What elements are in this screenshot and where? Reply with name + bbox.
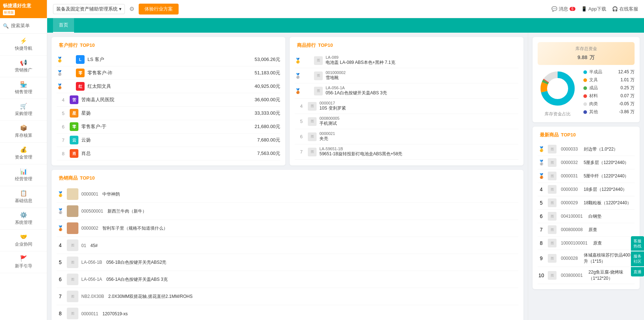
rank-num: 4 bbox=[298, 103, 305, 109]
customer-value: 7,563.00元 bbox=[257, 150, 280, 157]
sidebar-icon-guide: 🚩 bbox=[20, 255, 27, 262]
sidebar-label-sales: 销售管理 bbox=[15, 89, 32, 95]
sidebar-item-basic[interactable]: 📋基础信息 bbox=[0, 186, 47, 208]
new-product-code: 0000033 bbox=[561, 147, 578, 152]
new-product-row: 🥈 图 0000032 5厘多层（1220*2440） bbox=[538, 156, 635, 169]
customer-name: 苦南县人民医院 bbox=[81, 97, 252, 103]
search-menu-button[interactable]: 🔍 搜索菜单 bbox=[3, 21, 44, 30]
hot-product-row: 🥉 0000002 智利车子里（规格不知道填什么） bbox=[57, 220, 518, 237]
hot-medal: 🥇 bbox=[57, 191, 64, 197]
product-rank-row: 🥉 图 LA-056-1A 056-1A白色按键开关盖ABS 3壳 bbox=[295, 83, 518, 99]
product-rank-row: 🥈 图 001000002 雪地靴 bbox=[295, 68, 518, 83]
hot-product-row: 🥈 000500001 新西兰牛肉（新牛） bbox=[57, 203, 518, 220]
legend-value: 0.25 万 bbox=[620, 85, 635, 91]
float-btn-0[interactable]: 客服 热线 bbox=[631, 236, 644, 251]
online-service-action[interactable]: 🎧 在线客服 bbox=[612, 6, 638, 12]
new-product-img: 图 bbox=[548, 212, 557, 221]
hot-medal: 6 bbox=[57, 276, 64, 282]
sidebar-item-sales[interactable]: 🏪销售管理 bbox=[0, 77, 47, 99]
inventory-total-label: 库存总资金 bbox=[538, 46, 635, 52]
product-rank-row: 6 图 0000021 夹壳 bbox=[295, 129, 518, 144]
customer-rank-row: 🥉 红 红太阳文具 40,925.00元 bbox=[57, 80, 280, 93]
new-product-name: 封边带（1.0*22） bbox=[584, 146, 635, 152]
hot-product-row: 5 图 LA-056-1B 056-1B白色按键开关壳ABS2壳 bbox=[57, 254, 518, 271]
new-product-img: 图 bbox=[548, 254, 557, 263]
hot-product-name: 新西兰牛肉（新牛） bbox=[107, 209, 147, 214]
customer-rank-row: 🥈 零 零售客户-许 51,183.00元 bbox=[57, 66, 280, 80]
new-product-medal: 9 bbox=[538, 255, 545, 261]
rank-medal: 🥉 bbox=[295, 88, 301, 94]
inventory-card: 库存总资金 9.88 万 bbox=[533, 37, 640, 122]
new-product-medal: 🥇 bbox=[538, 146, 545, 152]
legend-dot bbox=[583, 78, 587, 82]
float-btn-1[interactable]: 服务 社区 bbox=[631, 251, 644, 266]
sidebar-item-purchase[interactable]: 🛒采购管理 bbox=[0, 99, 47, 121]
product-ranking-list: 🥇 图 LA-089 电池盖 LA-089 ABS本色+黑种 7.1克 🥈 图 … bbox=[295, 53, 518, 160]
legend-item: 肉类 -0.05 万 bbox=[583, 101, 635, 107]
experience-button[interactable]: 体验行业方案 bbox=[139, 4, 179, 15]
product-rank-code: LA-089 bbox=[326, 55, 518, 60]
sidebar-item-quick-nav[interactable]: ⚡快捷导航 bbox=[0, 34, 47, 56]
settings-icon[interactable]: ⚙ bbox=[129, 5, 134, 12]
sidebar-item-finance[interactable]: 💰资金管理 bbox=[0, 143, 47, 164]
hot-product-code: 01 bbox=[81, 243, 86, 248]
new-product-row: 🥉 图 0000031 5厘中纤（1220*2440） bbox=[538, 169, 635, 183]
new-product-row: 8 图 10000100001 原查 bbox=[538, 237, 635, 250]
new-product-code: 000800008 bbox=[561, 227, 583, 232]
new-product-code: 0000032 bbox=[561, 160, 578, 165]
sidebar-item-guide[interactable]: 🚩新手引导 bbox=[0, 251, 47, 273]
hot-product-row: 7 图 NB2.0X30B 2.0X30MM双搓花轴,搓花直径2.1MM/ROH… bbox=[57, 288, 518, 305]
sidebar-item-inventory[interactable]: 📦库存核算 bbox=[0, 121, 47, 143]
product-rank-img: 图 bbox=[308, 132, 317, 141]
legend-value: 12.45 万 bbox=[618, 69, 635, 75]
new-product-code: 003800001 bbox=[561, 273, 583, 278]
legend-item: 文具 1.01 万 bbox=[583, 77, 635, 83]
product-rank-code: 0000021 bbox=[319, 131, 518, 136]
new-product-name: 原查 bbox=[588, 227, 635, 233]
topbar: 装备及固定资产辅助管理系统 ▾ ⚙ 体验行业方案 💬 消息 6 📱 App下载 … bbox=[47, 0, 644, 18]
hot-product-info: 000500001 新西兰牛肉（新牛） bbox=[81, 208, 518, 214]
hot-products-list: 🥇 0000001 中华神鹊 🥈 000500001 新西兰牛肉（新牛） 🥉 0… bbox=[57, 186, 518, 320]
message-action[interactable]: 💬 消息 6 bbox=[551, 6, 575, 12]
headset-icon: 🎧 bbox=[612, 6, 618, 12]
rank-num: 5 bbox=[298, 119, 305, 124]
new-product-name: 白钢垫 bbox=[588, 213, 635, 220]
sidebar-icon-operations: 📊 bbox=[20, 168, 27, 175]
legend-dot bbox=[583, 110, 587, 114]
legend-value: -0.05 万 bbox=[619, 101, 635, 107]
chart-label: 库存资金占比 bbox=[538, 111, 578, 117]
hot-product-img: 图 bbox=[67, 239, 78, 251]
new-product-img: 图 bbox=[548, 239, 557, 247]
hot-product-info: LA-056-1B 056-1B白色按键开关壳ABS2壳 bbox=[81, 259, 518, 266]
customer-rank-row: 7 云 云扬 7,680.00元 bbox=[57, 134, 280, 147]
sidebar-item-company[interactable]: 🤝企业协同 bbox=[0, 230, 47, 251]
float-btn-2[interactable]: 直播 bbox=[631, 267, 644, 276]
sidebar-item-marketing[interactable]: 📢营销推广 bbox=[0, 56, 47, 77]
rank-num: 6 bbox=[60, 124, 67, 130]
system-selector[interactable]: 装备及固定资产辅助管理系统 ▾ bbox=[53, 4, 125, 14]
customer-name: 零售客户-许 bbox=[87, 70, 252, 76]
new-product-code: 0000029 bbox=[561, 200, 578, 205]
customer-name: LS 客户 bbox=[87, 56, 252, 63]
product-rank-info: 001000002 雪地靴 bbox=[326, 70, 518, 81]
hot-product-name: 中华神鹊 bbox=[102, 192, 120, 197]
app-download-action[interactable]: 📱 App下载 bbox=[581, 6, 606, 12]
sidebar-item-system[interactable]: ⚙️系统管理 bbox=[0, 208, 47, 230]
customer-avatar: 红 bbox=[76, 82, 85, 91]
new-product-img: 图 bbox=[548, 158, 557, 167]
product-rank-code: LA-056-1A bbox=[326, 86, 518, 90]
new-product-row: 10 图 003800001 22g鱼豆腐-烧烤味（1*12*20） bbox=[538, 267, 635, 284]
customer-name: 星扬 bbox=[81, 110, 252, 116]
hot-product-name: 45# bbox=[90, 243, 98, 248]
product-rank-img: 图 bbox=[314, 71, 323, 80]
new-product-name: 5厘中纤（1220*2440） bbox=[584, 173, 635, 179]
sidebar-icon-system: ⚙️ bbox=[20, 212, 27, 218]
inventory-total-value: 9.88 万 bbox=[538, 52, 635, 61]
legend-dot bbox=[583, 70, 587, 74]
sidebar-search-area[interactable]: 🔍 搜索菜单 bbox=[0, 18, 47, 34]
system-title: 装备及固定资产辅助管理系统 bbox=[56, 6, 118, 12]
product-ranking-title: 商品排行TOP10 bbox=[295, 42, 518, 49]
tab-home[interactable]: 首页 bbox=[53, 18, 74, 33]
rank-medal: 🥈 bbox=[57, 70, 63, 76]
sidebar-item-operations[interactable]: 📊经营管理 bbox=[0, 164, 47, 186]
